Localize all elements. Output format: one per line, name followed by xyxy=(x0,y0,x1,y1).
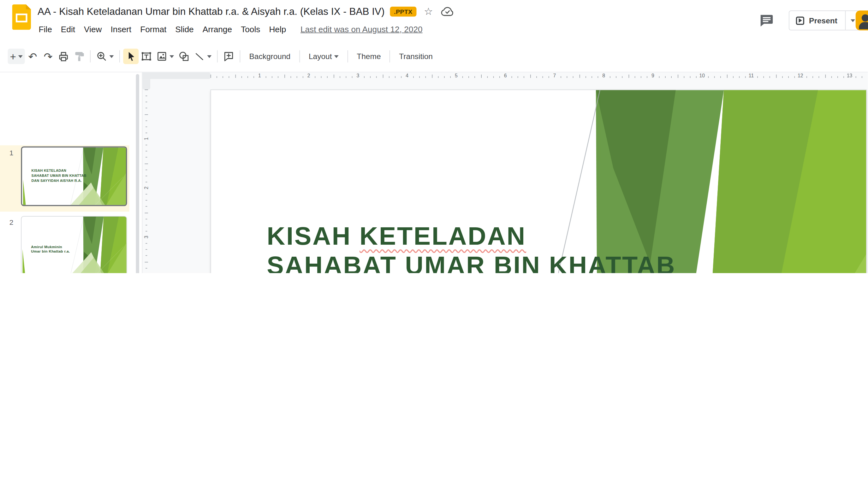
menu-insert[interactable]: Insert xyxy=(106,23,136,35)
chevron-down-icon xyxy=(334,55,339,58)
chevron-down-icon xyxy=(110,55,114,58)
slide-thumbnail-1[interactable]: 1 KISAH KETELADAN SAHABAT UMAR BIN KHATT… xyxy=(0,147,143,211)
menu-edit[interactable]: Edit xyxy=(57,23,80,35)
slide-thumb-canvas[interactable]: KISAH KETELADAN SAHABAT UMAR BIN KHATTAB… xyxy=(21,147,127,206)
menu-bar: File Edit View Insert Format Slide Arran… xyxy=(34,22,423,35)
star-icon[interactable]: ☆ xyxy=(424,7,433,17)
zoom-button[interactable] xyxy=(94,49,116,64)
comment-history-icon[interactable] xyxy=(759,14,773,27)
ruler-margin xyxy=(143,79,151,89)
vertical-ruler: 1234567 xyxy=(143,79,151,273)
last-edit-link[interactable]: Last edit was on August 12, 2020 xyxy=(301,24,423,33)
thumb-title-text: Amirul Mukminin Umar bin Khattab r.a. xyxy=(31,245,70,254)
present-label: Present xyxy=(809,16,837,25)
insert-comment-button[interactable] xyxy=(221,49,237,64)
menu-file[interactable]: File xyxy=(34,23,57,35)
slide-number: 1 xyxy=(9,149,13,157)
horizontal-ruler: 12345678910111213 xyxy=(143,72,868,79)
present-button[interactable]: Present xyxy=(789,11,845,30)
paint-format-button[interactable] xyxy=(71,49,87,64)
editing-canvas[interactable]: 12345678910111213 1234567 KISAH KETELADA… xyxy=(143,72,868,273)
slide-page[interactable]: KISAH KETELADAN SAHABAT UMAR BIN KHATTAB… xyxy=(211,90,867,273)
slide-thumbnail-2[interactable]: 2 Amirul Mukminin Umar bin Khattab r.a. xyxy=(0,216,143,273)
google-slides-window: AA - Kisah Keteladanan Umar bin Khattab … xyxy=(0,0,868,273)
misspelled-word: KETELADAN xyxy=(360,221,526,250)
chevron-down-icon xyxy=(850,19,855,22)
layout-button[interactable]: Layout xyxy=(303,49,344,64)
toolbar-separator xyxy=(347,50,348,62)
toolbar-separator xyxy=(217,50,218,62)
chevron-down-icon xyxy=(18,55,23,58)
ruler-margin xyxy=(143,72,211,79)
menu-tools[interactable]: Tools xyxy=(237,23,265,35)
filmstrip-scrollbar[interactable] xyxy=(136,74,140,273)
menu-help[interactable]: Help xyxy=(265,23,290,35)
present-button-group: Present xyxy=(788,10,860,30)
transition-button[interactable]: Transition xyxy=(394,49,438,64)
menu-arrange[interactable]: Arrange xyxy=(198,23,237,35)
toolbar: + ↶ ↷ xyxy=(0,41,868,72)
toolbar-separator xyxy=(240,50,241,62)
present-play-icon xyxy=(796,17,804,25)
toolbar-separator xyxy=(299,50,300,62)
insert-shape-button[interactable] xyxy=(176,49,192,64)
chevron-down-icon xyxy=(169,55,174,58)
toolbar-separator xyxy=(90,50,91,62)
document-title[interactable]: AA - Kisah Keteladanan Umar bin Khattab … xyxy=(37,6,385,18)
menu-view[interactable]: View xyxy=(80,23,106,35)
account-avatar[interactable] xyxy=(856,10,868,30)
theme-button[interactable]: Theme xyxy=(351,49,386,64)
google-slides-logo[interactable] xyxy=(12,4,31,30)
slide-number: 2 xyxy=(9,218,13,227)
slide-filmstrip: 1 KISAH KETELADAN SAHABAT UMAR BIN KHATT… xyxy=(0,72,143,273)
app-header: AA - Kisah Keteladanan Umar bin Khattab … xyxy=(0,0,868,41)
chevron-down-icon xyxy=(207,55,212,58)
slide-thumb-canvas[interactable]: Amirul Mukminin Umar bin Khattab r.a. xyxy=(21,216,127,273)
insert-line-button[interactable] xyxy=(192,49,214,64)
undo-button[interactable]: ↶ xyxy=(25,49,40,64)
redo-button[interactable]: ↷ xyxy=(40,49,56,64)
menu-format[interactable]: Format xyxy=(136,23,171,35)
select-tool-button[interactable] xyxy=(123,49,138,64)
print-button[interactable] xyxy=(56,49,71,64)
background-button[interactable]: Background xyxy=(244,49,296,64)
toolbar-separator xyxy=(390,50,391,62)
menu-slide[interactable]: Slide xyxy=(171,23,198,35)
thumb-title-text: KISAH KETELADAN SAHABAT UMAR BIN KHATTAB… xyxy=(32,169,87,183)
insert-image-button[interactable] xyxy=(154,49,176,64)
pptx-badge: .PPTX xyxy=(390,7,416,17)
cloud-status-icon[interactable] xyxy=(441,7,454,17)
toolbar-separator xyxy=(119,50,120,62)
slide-title-text[interactable]: KISAH KETELADAN SAHABAT UMAR BIN KHATTAB… xyxy=(267,221,676,273)
text-box-button[interactable] xyxy=(138,49,154,64)
new-slide-button[interactable]: + xyxy=(8,49,25,64)
